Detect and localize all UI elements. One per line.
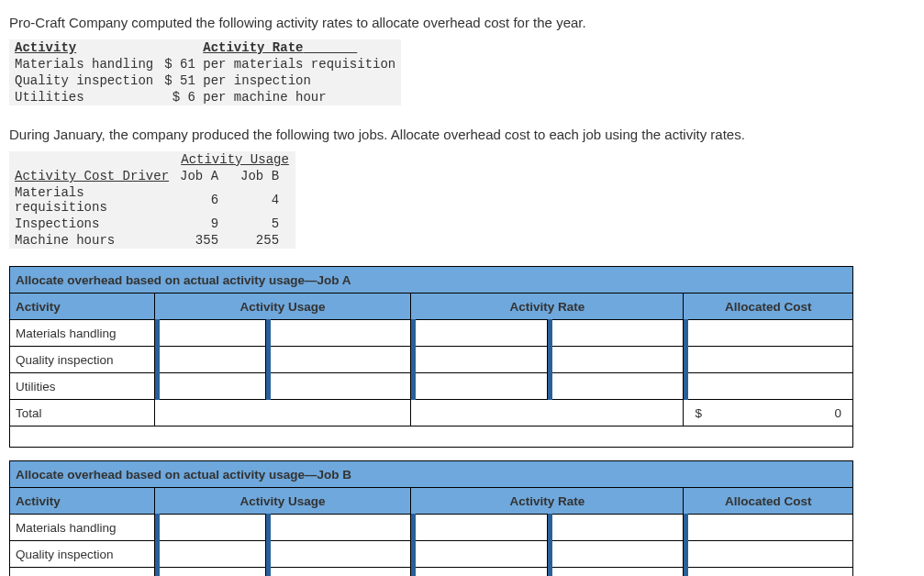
total-currency-symbol: $: [695, 406, 702, 420]
alloc-usage-input[interactable]: [154, 347, 266, 373]
total-value: 0: [834, 406, 841, 420]
alloc-usage-unit-input[interactable]: [266, 541, 411, 568]
alloc-rate-unit-input[interactable]: [547, 347, 684, 373]
alloc-row-label: Utilities: [10, 373, 155, 400]
usage-b: 4: [235, 184, 295, 216]
alloc-total-cost: $ 0: [684, 400, 853, 426]
usage-job-b-header: Job B: [235, 168, 295, 184]
rates-row-activity: Quality inspection: [9, 72, 159, 89]
alloc-usage-unit-input[interactable]: [266, 515, 411, 541]
usage-driver: Inspections: [9, 216, 174, 232]
alloc-usage-input[interactable]: [154, 541, 266, 568]
alloc-usage-input[interactable]: [154, 515, 266, 541]
alloc-rate-unit-input[interactable]: [547, 320, 684, 347]
alloc-header-cost: Allocated Cost: [684, 294, 853, 320]
usage-driver: Machine hours: [9, 232, 174, 249]
usage-b: 255: [235, 232, 295, 249]
rates-header-rate: Activity Rate: [159, 39, 401, 56]
rates-row-rate: $ 51 per inspection: [159, 72, 401, 89]
alloc-rate-input[interactable]: [411, 515, 548, 541]
alloc-title-b: Allocate overhead based on actual activi…: [10, 461, 853, 488]
alloc-row-label: Utilities: [10, 568, 155, 577]
alloc-title-a: Allocate overhead based on actual activi…: [10, 267, 853, 294]
rates-row-rate: $ 6 per machine hour: [159, 89, 401, 105]
alloc-rate-unit-input[interactable]: [547, 515, 684, 541]
alloc-rate-input[interactable]: [411, 541, 548, 568]
rates-row-activity: Materials handling: [9, 56, 159, 72]
rates-row-rate: $ 61 per materials requisition: [159, 56, 401, 72]
intro-text-2: During January, the company produced the…: [9, 127, 915, 142]
alloc-row-label: Materials handling: [10, 515, 155, 541]
alloc-row-label: Materials handling: [10, 320, 155, 347]
alloc-header-cost: Allocated Cost: [684, 488, 853, 515]
alloc-row-label: Quality inspection: [10, 541, 155, 568]
alloc-row-label: Quality inspection: [10, 347, 155, 373]
alloc-table-job-a: Allocate overhead based on actual activi…: [9, 266, 853, 448]
alloc-usage-unit-input[interactable]: [266, 568, 411, 577]
usage-driver-header: Activity Cost Driver: [9, 168, 174, 184]
alloc-usage-input[interactable]: [154, 320, 266, 347]
alloc-rate-input[interactable]: [411, 320, 548, 347]
alloc-table-job-b: Allocate overhead based on actual activi…: [9, 460, 853, 576]
usage-driver: Materials requisitions: [9, 184, 174, 216]
alloc-header-rate: Activity Rate: [411, 488, 684, 515]
usage-a: 6: [174, 184, 235, 216]
alloc-rate-input[interactable]: [411, 568, 548, 577]
alloc-usage-input[interactable]: [154, 373, 266, 400]
alloc-rate-unit-input[interactable]: [547, 373, 684, 400]
usage-super-header: Activity Usage: [174, 151, 295, 168]
usage-a: 355: [174, 232, 235, 249]
alloc-usage-input[interactable]: [154, 568, 266, 577]
intro-text-1: Pro-Craft Company computed the following…: [9, 15, 915, 30]
alloc-header-usage: Activity Usage: [154, 294, 410, 320]
alloc-cost-input[interactable]: [684, 373, 853, 400]
activity-rates-table: Activity Activity Rate Materials handlin…: [9, 39, 401, 105]
alloc-header-activity: Activity: [10, 294, 155, 320]
alloc-cost-input[interactable]: [684, 347, 853, 373]
usage-a: 9: [174, 216, 235, 232]
activity-usage-table: Activity Usage Activity Cost Driver Job …: [9, 151, 295, 249]
alloc-rate-unit-input[interactable]: [547, 568, 684, 577]
alloc-rate-unit-input[interactable]: [547, 541, 684, 568]
rates-header-activity: Activity: [9, 39, 159, 56]
alloc-header-activity: Activity: [10, 488, 155, 515]
alloc-rate-input[interactable]: [411, 373, 548, 400]
alloc-header-usage: Activity Usage: [154, 488, 410, 515]
alloc-cost-input[interactable]: [684, 541, 853, 568]
usage-job-a-header: Job A: [174, 168, 235, 184]
alloc-usage-unit-input[interactable]: [266, 320, 411, 347]
alloc-cost-input[interactable]: [684, 515, 853, 541]
alloc-cost-input[interactable]: [684, 568, 853, 577]
alloc-header-rate: Activity Rate: [411, 294, 684, 320]
alloc-total-label: Total: [10, 400, 155, 426]
alloc-usage-unit-input[interactable]: [266, 347, 411, 373]
rates-row-activity: Utilities: [9, 89, 159, 105]
alloc-cost-input[interactable]: [684, 320, 853, 347]
alloc-usage-unit-input[interactable]: [266, 373, 411, 400]
alloc-rate-input[interactable]: [411, 347, 548, 373]
usage-b: 5: [235, 216, 295, 232]
